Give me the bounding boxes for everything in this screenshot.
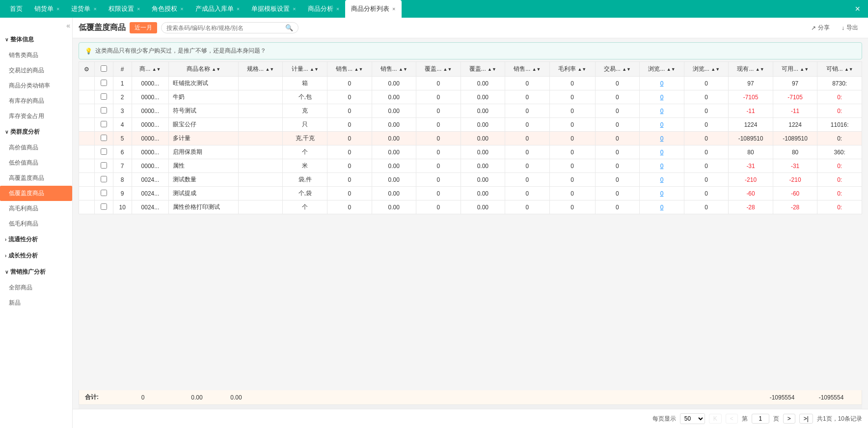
- th-coverage1[interactable]: 覆盖... ▲▼: [416, 62, 461, 77]
- td-browse1[interactable]: 0: [640, 200, 684, 214]
- page-last-button[interactable]: >|: [799, 414, 813, 424]
- td-available: 80: [773, 145, 817, 159]
- close-icon[interactable]: ×: [293, 6, 296, 12]
- table-row: 3 0000... 符号测试 克 0 0.00 0 0.00 0 0 0 0 0…: [79, 104, 862, 118]
- td-checkbox[interactable]: [95, 173, 113, 187]
- sidebar-item-category-rate[interactable]: 商品分类动销率: [0, 78, 72, 93]
- window-close-button[interactable]: ×: [851, 4, 864, 14]
- td-browse1[interactable]: 0: [640, 145, 684, 159]
- sidebar-item-high-value[interactable]: 高价值商品: [0, 140, 72, 155]
- row-checkbox[interactable]: [101, 93, 107, 100]
- row-checkbox[interactable]: [101, 190, 107, 196]
- td-browse1[interactable]: 0: [640, 132, 684, 145]
- nav-tab-roles[interactable]: 角色授权 ×: [146, 0, 189, 18]
- sidebar-collapse-toggle[interactable]: «: [0, 18, 72, 31]
- th-available[interactable]: 可用... ▲▼: [773, 62, 817, 77]
- td-checkbox[interactable]: [95, 200, 113, 214]
- sidebar-section-growth[interactable]: › 成长性分析: [0, 248, 72, 264]
- td-browse1[interactable]: 0: [640, 77, 684, 90]
- th-spec[interactable]: 规格... ▲▼: [238, 62, 283, 77]
- td-checkbox[interactable]: [95, 159, 113, 173]
- td-checkbox[interactable]: [95, 145, 113, 159]
- th-settings[interactable]: ⚙: [79, 62, 95, 77]
- sidebar-item-high-margin[interactable]: 高毛利商品: [0, 201, 72, 216]
- close-icon[interactable]: ×: [392, 6, 395, 12]
- page-next-button[interactable]: >: [783, 414, 795, 424]
- sidebar-item-stock-capital[interactable]: 库存资金占用: [0, 109, 72, 124]
- th-trade[interactable]: 交易... ▲▼: [595, 62, 640, 77]
- td-browse1[interactable]: 0: [640, 187, 684, 200]
- sidebar-item-low-margin[interactable]: 低毛利商品: [0, 216, 72, 231]
- th-sales3[interactable]: 销售... ▲▼: [505, 62, 550, 77]
- close-icon[interactable]: ×: [137, 6, 140, 12]
- nav-tab-product-analysis-list[interactable]: 商品分析列表 ×: [345, 0, 401, 18]
- search-icon[interactable]: 🔍: [285, 24, 293, 31]
- th-current[interactable]: 现有... ▲▼: [729, 62, 773, 77]
- th-browse2[interactable]: 浏览... ▲▼: [684, 62, 729, 77]
- td-checkbox[interactable]: [95, 132, 113, 145]
- nav-tab-finished-goods[interactable]: 产成品入库单 ×: [190, 0, 245, 18]
- th-sales-amt[interactable]: 销售... ▲▼: [372, 62, 416, 77]
- row-checkbox[interactable]: [101, 203, 107, 210]
- th-saleable[interactable]: 可销... ▲▼: [817, 62, 862, 77]
- nav-tab-sales[interactable]: 销货单 ×: [28, 0, 65, 18]
- td-browse1[interactable]: 0: [640, 104, 684, 118]
- sidebar-item-low-value[interactable]: 低价值商品: [0, 155, 72, 171]
- sidebar-item-all-goods[interactable]: 全部商品: [0, 280, 72, 295]
- page-size-select[interactable]: 20 50 100: [680, 413, 705, 424]
- td-browse1[interactable]: 0: [640, 159, 684, 173]
- nav-tab-template[interactable]: 单据模板设置 ×: [245, 0, 301, 18]
- td-checkbox[interactable]: [95, 90, 113, 104]
- sidebar-section-cluster[interactable]: ∨ 类群度分析: [0, 124, 72, 140]
- row-checkbox[interactable]: [101, 121, 107, 127]
- nav-tab-home[interactable]: 首页: [4, 0, 28, 18]
- th-gross-rate[interactable]: 毛利率 ▲▼: [549, 62, 595, 77]
- sidebar-item-low-coverage[interactable]: 低覆盖度商品: [0, 186, 72, 201]
- share-button[interactable]: ↗ 分享: [807, 22, 834, 34]
- th-name[interactable]: 商品名称 ▲▼: [169, 62, 239, 77]
- td-checkbox[interactable]: [95, 118, 113, 132]
- page-prev-button[interactable]: <: [726, 414, 738, 424]
- th-sales-qty[interactable]: 销售... ▲▼: [327, 62, 372, 77]
- row-checkbox[interactable]: [101, 176, 107, 182]
- td-browse1[interactable]: 0: [640, 90, 684, 104]
- row-checkbox[interactable]: [101, 80, 107, 86]
- th-browse1[interactable]: 浏览... ▲▼: [640, 62, 684, 77]
- close-icon[interactable]: ×: [180, 6, 183, 12]
- th-coverage2[interactable]: 覆盖... ▲▼: [461, 62, 505, 77]
- sidebar-item-sales-goods[interactable]: 销售类商品: [0, 48, 72, 63]
- close-icon[interactable]: ×: [237, 6, 240, 12]
- scrollbar[interactable]: [79, 405, 862, 409]
- export-button[interactable]: ↓ 导出: [838, 22, 862, 34]
- sidebar-item-stock-goods[interactable]: 有库存的商品: [0, 93, 72, 109]
- sidebar-section-liquidity[interactable]: › 流通性分析: [0, 231, 72, 248]
- sidebar-section-overall[interactable]: ∨ 整体信息: [0, 31, 72, 48]
- nav-tab-product-analysis[interactable]: 商品分析 ×: [302, 0, 345, 18]
- sidebar-item-high-coverage[interactable]: 高覆盖度商品: [0, 171, 72, 186]
- search-input[interactable]: [166, 25, 285, 31]
- period-button[interactable]: 近一月: [130, 22, 157, 33]
- sidebar-item-new-goods[interactable]: 新品: [0, 295, 72, 311]
- th-code[interactable]: 商... ▲▼: [132, 62, 168, 77]
- row-checkbox[interactable]: [101, 148, 107, 155]
- sidebar-item-traded-goods[interactable]: 交易过的商品: [0, 63, 72, 78]
- row-checkbox[interactable]: [101, 162, 107, 169]
- sidebar-section-marketing[interactable]: ∨ 营销推广分析: [0, 264, 72, 280]
- select-all-checkbox[interactable]: [101, 65, 107, 72]
- page-first-button[interactable]: K: [709, 414, 722, 424]
- nav-tab-permissions[interactable]: 权限设置 ×: [103, 0, 146, 18]
- th-unit[interactable]: 计量... ▲▼: [283, 62, 327, 77]
- page-input[interactable]: [752, 414, 769, 424]
- th-checkbox[interactable]: [95, 62, 113, 77]
- td-checkbox[interactable]: [95, 77, 113, 90]
- td-browse1[interactable]: 0: [640, 173, 684, 187]
- row-checkbox[interactable]: [101, 135, 107, 141]
- nav-tab-purchase[interactable]: 进货单 ×: [65, 0, 102, 18]
- td-checkbox[interactable]: [95, 187, 113, 200]
- close-icon[interactable]: ×: [56, 6, 59, 12]
- close-icon[interactable]: ×: [336, 6, 339, 12]
- td-checkbox[interactable]: [95, 104, 113, 118]
- close-icon[interactable]: ×: [93, 6, 96, 12]
- td-browse1[interactable]: 0: [640, 118, 684, 132]
- row-checkbox[interactable]: [101, 107, 107, 114]
